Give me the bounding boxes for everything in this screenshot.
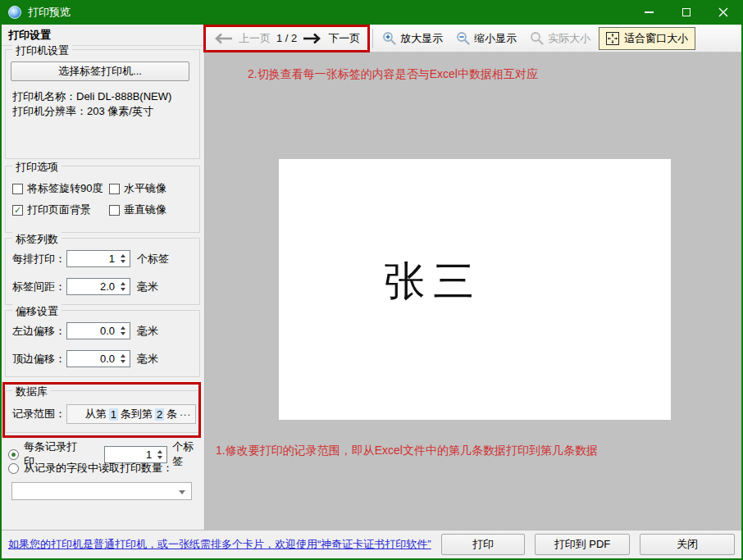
checkbox-mirror-horizontal[interactable]: 水平镜像	[109, 181, 166, 196]
maximize-button[interactable]	[668, 0, 704, 25]
toolbar-separator	[372, 29, 373, 48]
label-content-text: 张三	[384, 254, 482, 309]
checkbox-label: 打印页面背景	[27, 203, 91, 217]
zoom-in-icon	[382, 31, 396, 45]
fit-window-button[interactable]: 适合窗口大小	[599, 27, 695, 50]
settings-panel: 打印设置 打印机设置 选择标签打印机... 打印机名称：Deli DL-888B…	[2, 25, 205, 530]
page-indicator: 1 / 2	[276, 32, 297, 44]
spin-up-icon[interactable]	[121, 326, 125, 330]
printer-dpi-line: 打印机分辨率：203 像素/英寸	[12, 104, 153, 119]
spin-up-icon[interactable]	[121, 254, 125, 257]
labels-per-row-stepper[interactable]	[66, 250, 130, 267]
range-end-value[interactable]: 2	[155, 408, 164, 421]
database-group-title: 数据库	[12, 385, 51, 399]
next-page-button[interactable]: 下一页	[328, 31, 360, 46]
range-text-part: 从第	[85, 407, 107, 421]
select-printer-button[interactable]: 选择标签打印机...	[11, 61, 189, 81]
range-browse-button[interactable]: ...	[180, 406, 191, 418]
print-preview-window: 打印预览 打印设置 打印机设置 选择标签打印机... 打印机名称：Deli DL…	[0, 0, 743, 560]
labels-per-row-unit: 个标签	[137, 252, 169, 266]
from-field-radio-row: 从记录的字段中读取打印数量：	[8, 461, 173, 476]
top-offset-stepper[interactable]	[66, 350, 130, 367]
checkbox-icon[interactable]	[109, 205, 120, 216]
left-offset-stepper[interactable]	[66, 322, 130, 339]
label-columns-group: 标签列数 每排打印： 个标签 标签间距：	[5, 238, 200, 305]
footer-buttons: 打印 打印到 PDF 关闭	[441, 534, 735, 555]
spin-down-icon[interactable]	[121, 288, 125, 291]
print-to-pdf-button[interactable]: 打印到 PDF	[535, 534, 630, 555]
checkbox-print-background[interactable]: ✓ 打印页面背景	[12, 203, 91, 217]
minimize-button[interactable]	[631, 0, 668, 25]
options-row-2: ✓ 打印页面背景 垂直镜像	[12, 203, 196, 217]
promo-link[interactable]: 如果您的打印机是普通打印机，或一张纸需排多个卡片，欢迎使用“神奇证卡证书打印软件…	[8, 537, 431, 552]
record-range-field[interactable]: 从第 1 条到第 2 条 ...	[66, 404, 196, 424]
spinner-buttons[interactable]	[118, 323, 128, 339]
page-nav-highlight-box: 上一页 1 / 2 下一页	[203, 25, 370, 52]
left-offset-row: 左边偏移： 毫米	[12, 322, 158, 339]
annotation-step2: 2.切换查看每一张标签的内容是否与Excel中数据相互对应	[248, 67, 538, 82]
spin-down-icon[interactable]	[121, 332, 125, 335]
spinner-buttons[interactable]	[118, 279, 128, 294]
range-start-value[interactable]: 1	[109, 408, 118, 421]
offset-group: 偏移设置 左边偏移： 毫米 顶边偏移：	[5, 310, 200, 377]
left-offset-unit: 毫米	[137, 324, 158, 339]
spin-down-icon[interactable]	[121, 360, 125, 363]
fit-window-label: 适合窗口大小	[624, 31, 688, 46]
spinner-buttons[interactable]	[118, 251, 128, 266]
radio-from-field[interactable]	[8, 463, 19, 474]
field-combobox[interactable]	[11, 482, 192, 500]
actual-size-button[interactable]: 实际大小	[523, 27, 597, 50]
spin-up-icon[interactable]	[121, 354, 125, 357]
close-dialog-button[interactable]: 关闭	[640, 534, 735, 555]
label-gap-stepper[interactable]	[66, 278, 130, 295]
top-offset-label: 顶边偏移：	[12, 352, 66, 367]
label-gap-row: 标签间距： 毫米	[12, 278, 158, 295]
titlebar: 打印预览	[2, 0, 741, 25]
footer-bar: 如果您的打印机是普通打印机，或一张纸需排多个卡片，欢迎使用“神奇证卡证书打印软件…	[2, 530, 741, 558]
spin-up-icon[interactable]	[121, 282, 125, 285]
zoom-in-button[interactable]: 放大显示	[376, 27, 449, 50]
close-button[interactable]	[704, 0, 741, 25]
record-range-row: 记录范围： 从第 1 条到第 2 条 ...	[12, 404, 196, 424]
spin-down-icon[interactable]	[157, 456, 162, 459]
right-zone: 上一页 1 / 2 下一页 放大显示	[205, 25, 741, 530]
spinner-buttons[interactable]	[118, 351, 128, 367]
labels-per-row-label: 每排打印：	[12, 252, 66, 266]
checkbox-icon[interactable]	[109, 184, 120, 194]
range-text-part: 条	[166, 407, 177, 421]
annotation-step1: 1.修改要打印的记录范围，即从Excel文件中的第几条数据打印到第几条数据	[216, 444, 598, 458]
print-button[interactable]: 打印	[441, 534, 525, 555]
spin-up-icon[interactable]	[157, 450, 162, 453]
chevron-down-icon[interactable]	[179, 490, 185, 494]
label-page-preview: 张三	[279, 159, 671, 420]
preview-toolbar: 上一页 1 / 2 下一页 放大显示	[205, 25, 741, 52]
print-options-group: 打印选项 将标签旋转90度 水平镜像 ✓ 打印页面背景	[5, 166, 200, 233]
radio-per-record[interactable]	[8, 449, 19, 460]
top-offset-unit: 毫米	[137, 352, 158, 367]
window-title: 打印预览	[28, 5, 71, 20]
actual-size-label: 实际大小	[548, 31, 590, 46]
printer-name-line: 打印机名称：Deli DL-888B(NEW)	[12, 89, 171, 104]
spinner-buttons[interactable]	[155, 447, 165, 462]
zoom-out-label: 缩小显示	[474, 31, 517, 46]
database-group: 数据库 记录范围： 从第 1 条到第 2 条 ...	[5, 390, 200, 433]
range-text-part: 条到第	[121, 407, 153, 421]
checkbox-rotate-90[interactable]: 将标签旋转90度	[12, 181, 103, 196]
fit-window-icon	[606, 32, 619, 45]
checkbox-label: 垂直镜像	[124, 203, 166, 217]
actual-size-icon	[530, 31, 544, 45]
main-content: 打印设置 打印机设置 选择标签打印机... 打印机名称：Deli DL-888B…	[2, 25, 741, 530]
label-gap-unit: 毫米	[137, 280, 158, 294]
checkbox-icon[interactable]: ✓	[12, 205, 23, 216]
spin-down-icon[interactable]	[121, 260, 125, 263]
zoom-in-label: 放大显示	[400, 31, 443, 46]
zoom-out-icon	[456, 31, 470, 45]
labels-per-row-row: 每排打印： 个标签	[12, 250, 169, 267]
prev-page-button[interactable]: 上一页	[239, 31, 271, 46]
per-record-unit: 个标签	[172, 439, 204, 469]
checkbox-icon[interactable]	[12, 184, 23, 194]
checkbox-mirror-vertical[interactable]: 垂直镜像	[109, 203, 166, 217]
zoom-out-button[interactable]: 缩小显示	[449, 27, 523, 50]
record-range-label: 记录范围：	[12, 407, 66, 421]
minimize-icon	[645, 11, 654, 13]
